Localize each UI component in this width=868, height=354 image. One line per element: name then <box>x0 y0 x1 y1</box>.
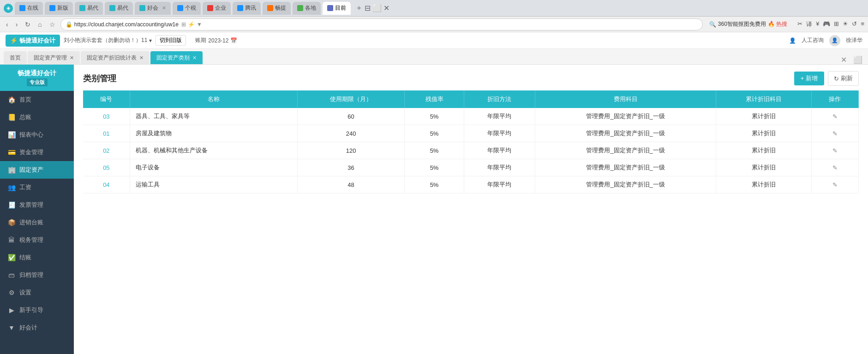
service-label[interactable]: 人工咨询 <box>802 36 824 44</box>
tab-label-7: 企业 <box>215 4 226 12</box>
code-link-4[interactable]: 04 <box>103 181 109 188</box>
game-tool[interactable]: 🎮 <box>823 20 830 29</box>
sidebar-item-archive[interactable]: 🗃 归档管理 <box>0 266 74 284</box>
browser-tab-2[interactable]: 新版 <box>45 2 73 15</box>
user-label: 刘小艳演示套套（勿删勿动！）11 <box>64 36 147 44</box>
page-tab-depreciation[interactable]: 固定资产折旧统计表 ✕ <box>81 51 150 64</box>
cell-code-1: 01 <box>83 125 130 142</box>
sidebar-item-guide[interactable]: ▶ 新手引导 <box>0 301 74 319</box>
sidebar-item-invoice[interactable]: 🧾 发票管理 <box>0 196 74 214</box>
cell-months-1: 240 <box>297 125 405 142</box>
star-button[interactable]: ☆ <box>47 20 58 29</box>
code-link-0[interactable]: 03 <box>103 113 109 120</box>
edit-button-3[interactable]: ✎ <box>832 164 838 171</box>
page-tab-category-close[interactable]: ✕ <box>192 55 197 61</box>
category-table: 编号 名称 使用期限（月） 残值率 折旧方法 费用科目 累计折旧科目 操作 03… <box>83 90 859 193</box>
cell-expense-0: 管理费用_固定资产折旧_一级 <box>535 108 716 125</box>
page-tab-home[interactable]: 首页 <box>4 51 27 64</box>
browser-tab-3[interactable]: 易代 <box>75 2 103 15</box>
new-tab-button[interactable]: ＋ <box>355 3 363 13</box>
browser-tab-6[interactable]: 个税 <box>173 2 201 15</box>
sidebar-item-funds[interactable]: 💳 资金管理 <box>0 144 74 161</box>
sidebar-item-reports[interactable]: 📊 报表中心 <box>0 126 74 144</box>
sidebar-item-home[interactable]: 🏠 首页 <box>0 91 74 108</box>
tab-win-close[interactable]: ✕ <box>839 55 849 64</box>
home-icon: 🏠 <box>7 96 16 103</box>
tab-close-5[interactable]: ✕ <box>162 5 166 11</box>
home-button[interactable]: ⌂ <box>36 20 44 29</box>
purchase-sales-icon: 📦 <box>7 219 16 226</box>
browser-tab-11[interactable]: 目前 <box>323 2 351 15</box>
sidebar-label-fixed-assets: 固定资产 <box>19 166 43 174</box>
page-tab-depreciation-close[interactable]: ✕ <box>139 55 144 61</box>
switch-version-button[interactable]: 切到旧版 <box>156 35 186 46</box>
browser-tabs-bar: ◈ 在线 新版 易代 易代 好会 ✕ 个税 企业 腾讯 畅提 各地 <box>0 0 868 17</box>
tab-label-11: 目前 <box>335 4 346 12</box>
page-tab-asset-mgmt-close[interactable]: ✕ <box>70 55 74 61</box>
tab-win-maximize[interactable]: ⬜ <box>851 55 864 64</box>
sidebar-item-more[interactable]: ▼ 好会计 <box>0 319 74 336</box>
browser-tab-1[interactable]: 在线 <box>15 2 43 15</box>
cell-expense-4: 管理费用_固定资产折旧_一级 <box>535 176 716 193</box>
cell-accumulated-2: 累计折旧 <box>716 142 812 159</box>
browser-tab-5[interactable]: 好会 ✕ <box>135 2 171 15</box>
close-window-button[interactable]: ✕ <box>383 4 389 12</box>
sidebar-item-ledger[interactable]: 📒 总账 <box>0 108 74 126</box>
cell-action-2: ✎ <box>811 142 858 159</box>
sidebar-label-tax: 税务管理 <box>19 236 43 244</box>
header-right: 👤 人工咨询 👤 徐泽华 <box>789 35 862 46</box>
back-button[interactable]: ‹ <box>4 20 11 29</box>
browser-tab-7[interactable]: 企业 <box>203 2 231 15</box>
sidebar-item-payroll[interactable]: 👥 工资 <box>0 179 74 196</box>
tab-label-9: 畅提 <box>275 4 286 12</box>
menu-tool[interactable]: ≡ <box>861 20 864 29</box>
grid-tool[interactable]: ⊞ <box>834 20 839 29</box>
code-link-3[interactable]: 05 <box>103 164 109 171</box>
tab-list-button[interactable]: ⊟ <box>365 4 371 12</box>
tab-label-5: 好会 <box>147 4 158 12</box>
restore-window-button[interactable]: ⬜ <box>372 4 382 12</box>
cell-residual-1: 5% <box>405 125 464 142</box>
cell-method-1: 年限平均 <box>464 125 535 142</box>
edit-button-1[interactable]: ✎ <box>832 130 838 137</box>
browser-tab-4[interactable]: 易代 <box>105 2 133 15</box>
tab-favicon-6 <box>177 5 183 11</box>
url-text: https://cloud.chanjet.com/accounting/uw1… <box>74 21 179 28</box>
refresh-button[interactable]: ↻ <box>23 20 33 29</box>
sidebar-item-tax[interactable]: 🏛 税务管理 <box>0 231 74 249</box>
refresh-icon: ↻ <box>834 75 839 82</box>
edit-button-2[interactable]: ✎ <box>832 147 838 154</box>
browser-tab-10[interactable]: 各地 <box>293 2 321 15</box>
code-link-2[interactable]: 02 <box>103 147 109 154</box>
url-input[interactable]: 🔒 https://cloud.chanjet.com/accounting/u… <box>60 18 703 30</box>
funds-icon: 💳 <box>7 149 16 156</box>
cell-accumulated-0: 累计折旧 <box>716 108 812 125</box>
refresh-data-button[interactable]: ↻ 刷新 <box>828 71 859 86</box>
edit-button-4[interactable]: ✎ <box>832 181 838 188</box>
dropdown-arrow[interactable]: ▾ <box>149 37 152 44</box>
col-name: 名称 <box>130 90 297 108</box>
cell-residual-0: 5% <box>405 108 464 125</box>
sidebar-item-settings[interactable]: ⚙ 设置 <box>0 284 74 301</box>
page-tab-category[interactable]: 固定资产类别 ✕ <box>150 51 203 64</box>
translate-tool[interactable]: 译 <box>806 20 812 29</box>
reports-icon: 📊 <box>7 131 16 138</box>
page-tab-asset-mgmt[interactable]: 固定资产管理 ✕ <box>28 51 80 64</box>
scissors-tool[interactable]: ✂ <box>797 20 802 29</box>
forward-button[interactable]: › <box>13 20 20 29</box>
sidebar-item-settlement[interactable]: ✅ 结账 <box>0 249 74 266</box>
page-tab-category-label: 固定资产类别 <box>156 54 190 62</box>
brightness-tool[interactable]: ☀ <box>843 20 848 29</box>
col-method: 折旧方法 <box>464 90 535 108</box>
calendar-icon[interactable]: 📅 <box>230 37 237 44</box>
sidebar-item-purchase-sales[interactable]: 📦 进销台账 <box>0 214 74 231</box>
code-link-1[interactable]: 01 <box>103 130 109 137</box>
cell-name-1: 房屋及建筑物 <box>130 125 297 142</box>
sidebar-item-fixed-assets[interactable]: 🏢 固定资产 <box>0 161 74 179</box>
wallet-tool[interactable]: ¥ <box>816 20 819 29</box>
add-button[interactable]: + 新增 <box>794 72 824 85</box>
browser-tab-9[interactable]: 畅提 <box>263 2 291 15</box>
browser-tab-8[interactable]: 腾讯 <box>233 2 261 15</box>
undo-tool[interactable]: ↺ <box>852 20 857 29</box>
edit-button-0[interactable]: ✎ <box>832 113 838 120</box>
